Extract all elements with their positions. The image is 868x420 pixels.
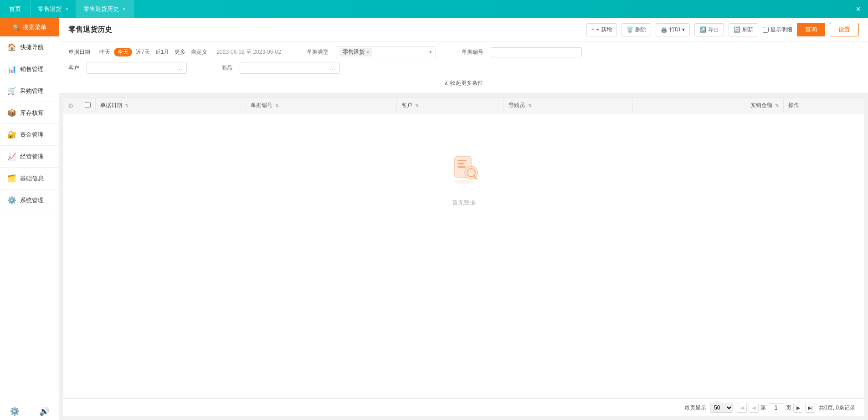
- tab-retail-return-close[interactable]: ×: [65, 6, 68, 12]
- refresh-icon: 🔄: [734, 26, 740, 33]
- date-range-display: 2023-06-02 至 2023-06-02: [216, 48, 281, 56]
- show-detail-checkbox-wrap[interactable]: 显示明细: [763, 26, 792, 34]
- page-next-button[interactable]: ▶: [793, 403, 803, 413]
- date-btn-today[interactable]: 今天: [114, 48, 132, 56]
- page-prev-button[interactable]: ◀: [749, 403, 759, 413]
- type-select-arrow: ▾: [429, 49, 432, 55]
- number-sort-icon[interactable]: ⇅: [275, 103, 279, 108]
- sidebar-search[interactable]: 🔍 搜索菜单: [0, 18, 59, 36]
- main-table: ⚙ 单据日期 ⇅ 单据编号 ⇅: [63, 98, 864, 243]
- date-btn-1month[interactable]: 近1月: [154, 48, 171, 56]
- settings-bottom-icon[interactable]: ⚙️: [10, 406, 20, 416]
- set-button[interactable]: 设置: [830, 23, 859, 36]
- goods-input[interactable]: [244, 65, 330, 71]
- close-window-icon[interactable]: ×: [856, 5, 861, 14]
- date-btn-7days[interactable]: 近7天: [134, 48, 152, 56]
- th-number-label: 单据编号: [251, 102, 272, 108]
- customer-input-wrap: ...: [87, 62, 187, 74]
- sidebar-item-business[interactable]: 📈 经营管理: [0, 146, 59, 168]
- page-size-label: 每页显示: [684, 404, 706, 412]
- new-button[interactable]: + + 新增: [586, 23, 617, 36]
- th-guide-label: 导购员: [508, 102, 525, 108]
- delete-button[interactable]: 🗑️ 删除: [621, 23, 651, 36]
- table-wrap: ⚙ 单据日期 ⇅ 单据编号 ⇅: [63, 97, 864, 399]
- export-button[interactable]: ↗️ 导出: [694, 23, 724, 36]
- volume-icon[interactable]: 🔊: [39, 406, 49, 416]
- select-all-checkbox[interactable]: [85, 102, 91, 108]
- sidebar-item-finance[interactable]: 🔐 资金管理: [0, 124, 59, 146]
- th-amount: 实销金额 ⇅: [633, 98, 784, 113]
- quicknav-icon: 🏠: [7, 43, 16, 51]
- customer-input[interactable]: [91, 65, 177, 71]
- top-bar-right: ×: [856, 5, 868, 14]
- sidebar-item-system[interactable]: ⚙️ 系统管理: [0, 190, 59, 211]
- sidebar-item-finance-label: 资金管理: [20, 131, 44, 139]
- content-area: 零售退货历史 + + 新增 🗑️ 删除 🖨️ 打印 ▾ ↗️ 导出: [59, 18, 868, 420]
- collapse-button[interactable]: ∧ 收起更多条件: [444, 79, 483, 87]
- svg-rect-4: [457, 166, 466, 168]
- th-date: 单据日期 ⇅: [95, 98, 246, 113]
- date-btn-yesterday[interactable]: 昨天: [98, 48, 112, 56]
- th-customer: 客户 ⇅: [396, 98, 503, 113]
- print-button[interactable]: 🖨️ 打印 ▾: [656, 23, 690, 36]
- print-label: 打印: [669, 26, 680, 34]
- guide-sort-icon[interactable]: ⇅: [528, 103, 532, 108]
- customer-sort-icon[interactable]: ⇅: [415, 103, 419, 108]
- date-sort-icon[interactable]: ⇅: [125, 103, 128, 108]
- sidebar-item-system-label: 系统管理: [20, 196, 44, 205]
- doc-number-input-wrap: [491, 47, 582, 57]
- sidebar-item-quicknav[interactable]: 🏠 快捷导航: [0, 36, 59, 58]
- export-label: 导出: [708, 26, 719, 34]
- page-input[interactable]: 1: [768, 403, 784, 412]
- tab-retail-return[interactable]: 零售退货 ×: [31, 0, 76, 18]
- tab-home[interactable]: 首页: [0, 0, 31, 18]
- sidebar-item-basic[interactable]: 🗂️ 基础信息: [0, 168, 59, 190]
- basic-icon: 🗂️: [7, 174, 16, 183]
- date-btn-more[interactable]: 更多: [173, 48, 187, 56]
- sidebar-menu: 🏠 快捷导航 📊 销售管理 🛒 采购管理 📦 库存核算 🔐 资金管理 📈: [0, 36, 59, 402]
- page-title: 零售退货历史: [68, 25, 112, 35]
- settings-gear-icon[interactable]: ⚙: [68, 102, 74, 109]
- refresh-button[interactable]: 🔄 刷新: [729, 23, 758, 36]
- th-guide: 导购员 ⇅: [504, 98, 633, 113]
- tab-home-label: 首页: [9, 5, 21, 13]
- print-icon: 🖨️: [661, 26, 668, 33]
- svg-point-0: [455, 179, 473, 184]
- date-buttons: 昨天 今天 近7天 近1月 更多 自定义: [98, 48, 209, 56]
- sidebar-item-sales-label: 销售管理: [20, 65, 44, 73]
- header-actions: + + 新增 🗑️ 删除 🖨️ 打印 ▾ ↗️ 导出 🔄: [586, 23, 859, 36]
- date-btn-custom[interactable]: 自定义: [189, 48, 209, 56]
- search-icon: 🔍: [13, 24, 20, 31]
- collapse-arrow-icon: ∧: [444, 80, 448, 87]
- refresh-label: 刷新: [742, 26, 753, 34]
- page-first-button[interactable]: |◀: [737, 403, 747, 413]
- top-bar: 首页 零售退货 × 零售退货历史 × ×: [0, 0, 868, 18]
- customer-dots: ...: [177, 64, 183, 72]
- sidebar-item-purchase-label: 采购管理: [20, 87, 44, 95]
- delete-label: 删除: [635, 26, 646, 34]
- show-detail-checkbox[interactable]: [763, 27, 769, 33]
- sidebar-item-sales[interactable]: 📊 销售管理: [0, 58, 59, 80]
- th-amount-label: 实销金额: [750, 102, 772, 108]
- sidebar-item-inventory-label: 库存核算: [20, 109, 44, 117]
- type-select[interactable]: 零售退货 × ▾: [336, 46, 436, 58]
- sidebar-item-inventory[interactable]: 📦 库存核算: [0, 102, 59, 124]
- delete-icon: 🗑️: [627, 26, 633, 33]
- empty-state: 暂无数据: [63, 113, 864, 243]
- tab-retail-return-history-close[interactable]: ×: [123, 6, 126, 12]
- svg-rect-3: [457, 163, 464, 164]
- page-size-select[interactable]: 20 50 100: [710, 403, 733, 413]
- type-tag-close[interactable]: ×: [366, 49, 370, 56]
- pagination-summary: 共0页, 0条记录: [819, 404, 855, 412]
- tab-retail-return-label: 零售退货: [38, 5, 62, 13]
- th-check: [80, 98, 95, 113]
- query-button[interactable]: 查询: [797, 23, 825, 36]
- amount-sort-icon[interactable]: ⇅: [775, 103, 779, 108]
- doc-number-input[interactable]: [495, 49, 578, 56]
- tab-retail-return-history[interactable]: 零售退货历史 ×: [76, 0, 134, 18]
- th-settings: ⚙: [63, 98, 80, 113]
- sidebar-item-purchase[interactable]: 🛒 采购管理: [0, 80, 59, 102]
- th-action: 操作: [783, 98, 864, 113]
- empty-illustration: [446, 150, 482, 193]
- page-last-button[interactable]: ▶|: [805, 403, 815, 413]
